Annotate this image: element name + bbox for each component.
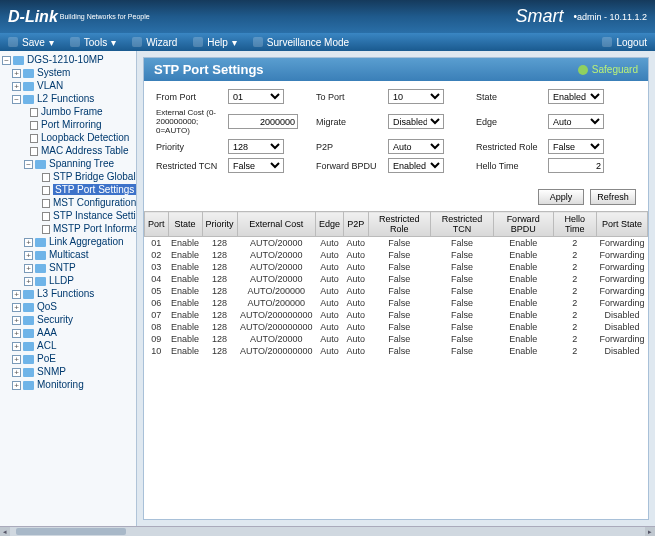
cell-ps: Disabled <box>596 309 647 321</box>
tree-root[interactable]: −DGS-1210-10MP <box>0 53 136 66</box>
th-rrole: Restricted Role <box>368 212 431 237</box>
fbpdu-select[interactable]: Enabled <box>388 158 444 173</box>
cell-port: 09 <box>145 333 169 345</box>
refresh-button[interactable]: Refresh <box>590 189 636 205</box>
menu-surveillance[interactable]: Surveillance Mode <box>253 37 349 48</box>
tree-linkagg[interactable]: +Link Aggregation <box>0 235 136 248</box>
smart-logo: Smart <box>515 6 563 27</box>
h-scrollbar[interactable]: ◂ ▸ <box>0 526 655 536</box>
scroll-left-icon[interactable]: ◂ <box>0 527 10 536</box>
cell-rt: False <box>431 285 494 297</box>
state-select[interactable]: Enabled <box>548 89 604 104</box>
cell-p2p: Auto <box>343 333 368 345</box>
table-row[interactable]: 10Enable128AUTO/200000000AutoAutoFalseFa… <box>145 345 648 357</box>
apply-button[interactable]: Apply <box>538 189 584 205</box>
cell-hl: 2 <box>553 249 596 261</box>
cell-hl: 2 <box>553 285 596 297</box>
table-row[interactable]: 09Enable128AUTO/20000AutoAutoFalseFalseE… <box>145 333 648 345</box>
tree-mac[interactable]: MAC Address Table <box>0 144 136 157</box>
tree-qos[interactable]: +QoS <box>0 300 136 313</box>
tree-stp-instance[interactable]: STP Instance Settings <box>0 209 136 222</box>
tree-multicast[interactable]: +Multicast <box>0 248 136 261</box>
cell-rr: False <box>368 285 431 297</box>
cell-p2p: Auto <box>343 261 368 273</box>
tree-monitoring[interactable]: +Monitoring <box>0 378 136 391</box>
menu-save[interactable]: Save▾ <box>8 37 54 48</box>
cell-pri: 128 <box>202 261 237 273</box>
panel-title: STP Port Settings <box>154 62 264 77</box>
cell-edge: Auto <box>315 309 343 321</box>
table-row[interactable]: 01Enable128AUTO/20000AutoAutoFalseFalseE… <box>145 237 648 250</box>
table-row[interactable]: 07Enable128AUTO/200000000AutoAutoFalseFa… <box>145 309 648 321</box>
nav-tree[interactable]: −DGS-1210-10MP +System +VLAN −L2 Functio… <box>0 51 137 526</box>
port-table: Port State Priority External Cost Edge P… <box>144 211 648 357</box>
tree-snmp[interactable]: +SNMP <box>0 365 136 378</box>
cell-ext: AUTO/200000000 <box>237 345 315 357</box>
priority-label: Priority <box>156 142 228 152</box>
rrole-label: Restricted Role <box>476 142 548 152</box>
menu-help[interactable]: Help▾ <box>193 37 237 48</box>
tree-spanning[interactable]: −Spanning Tree <box>0 157 136 170</box>
tree-mstp-info[interactable]: MSTP Port Information <box>0 222 136 235</box>
tree-portmirror[interactable]: Port Mirroring <box>0 118 136 131</box>
cell-ext: AUTO/20000 <box>237 273 315 285</box>
tree-mst[interactable]: MST Configuration Identific <box>0 196 136 209</box>
tree-acl[interactable]: +ACL <box>0 339 136 352</box>
cell-hl: 2 <box>553 297 596 309</box>
tree-vlan[interactable]: +VLAN <box>0 79 136 92</box>
cell-edge: Auto <box>315 285 343 297</box>
p2p-select[interactable]: Auto <box>388 139 444 154</box>
table-row[interactable]: 05Enable128AUTO/200000AutoAutoFalseFalse… <box>145 285 648 297</box>
scroll-right-icon[interactable]: ▸ <box>645 527 655 536</box>
toport-select[interactable]: 10 <box>388 89 444 104</box>
tree-security[interactable]: +Security <box>0 313 136 326</box>
hello-input[interactable] <box>548 158 604 173</box>
tree-l2[interactable]: −L2 Functions <box>0 92 136 105</box>
cell-fb: Enable <box>493 273 553 285</box>
cell-port: 04 <box>145 273 169 285</box>
cell-p2p: Auto <box>343 285 368 297</box>
cell-pri: 128 <box>202 297 237 309</box>
migrate-label: Migrate <box>316 117 388 127</box>
table-row[interactable]: 08Enable128AUTO/200000000AutoAutoFalseFa… <box>145 321 648 333</box>
tree-loopback[interactable]: Loopback Detection <box>0 131 136 144</box>
cell-rr: False <box>368 249 431 261</box>
extcost-input[interactable] <box>228 114 298 129</box>
fromport-select[interactable]: 01 <box>228 89 284 104</box>
rrole-select[interactable]: False <box>548 139 604 154</box>
tree-system[interactable]: +System <box>0 66 136 79</box>
menu-logout[interactable]: Logout <box>602 37 647 48</box>
priority-select[interactable]: 128 <box>228 139 284 154</box>
cell-state: Enable <box>168 237 202 250</box>
tree-poe[interactable]: +PoE <box>0 352 136 365</box>
cell-ps: Forwarding <box>596 249 647 261</box>
edge-select[interactable]: Auto <box>548 114 604 129</box>
cell-fb: Enable <box>493 321 553 333</box>
cell-hl: 2 <box>553 345 596 357</box>
migrate-select[interactable]: Disabled <box>388 114 444 129</box>
cell-port: 05 <box>145 285 169 297</box>
cell-edge: Auto <box>315 345 343 357</box>
tree-jumbo[interactable]: Jumbo Frame <box>0 105 136 118</box>
tree-l3[interactable]: +L3 Functions <box>0 287 136 300</box>
tree-aaa[interactable]: +AAA <box>0 326 136 339</box>
cell-edge: Auto <box>315 249 343 261</box>
cell-ps: Forwarding <box>596 273 647 285</box>
table-row[interactable]: 06Enable128AUTO/200000AutoAutoFalseFalse… <box>145 297 648 309</box>
cell-rt: False <box>431 297 494 309</box>
cell-edge: Auto <box>315 333 343 345</box>
table-row[interactable]: 03Enable128AUTO/20000AutoAutoFalseFalseE… <box>145 261 648 273</box>
tree-lldp[interactable]: +LLDP <box>0 274 136 287</box>
rtcn-select[interactable]: False <box>228 158 284 173</box>
menu-wizard[interactable]: Wizard <box>132 37 177 48</box>
th-p2p: P2P <box>343 212 368 237</box>
table-row[interactable]: 04Enable128AUTO/20000AutoAutoFalseFalseE… <box>145 273 648 285</box>
table-row[interactable]: 02Enable128AUTO/20000AutoAutoFalseFalseE… <box>145 249 648 261</box>
cell-pri: 128 <box>202 273 237 285</box>
tree-stp-global[interactable]: STP Bridge Global Settings <box>0 170 136 183</box>
tree-sntp[interactable]: +SNTP <box>0 261 136 274</box>
tree-stp-port[interactable]: STP Port Settings <box>0 183 136 196</box>
cell-hl: 2 <box>553 273 596 285</box>
scroll-thumb[interactable] <box>16 528 126 535</box>
menu-tools[interactable]: Tools▾ <box>70 37 116 48</box>
